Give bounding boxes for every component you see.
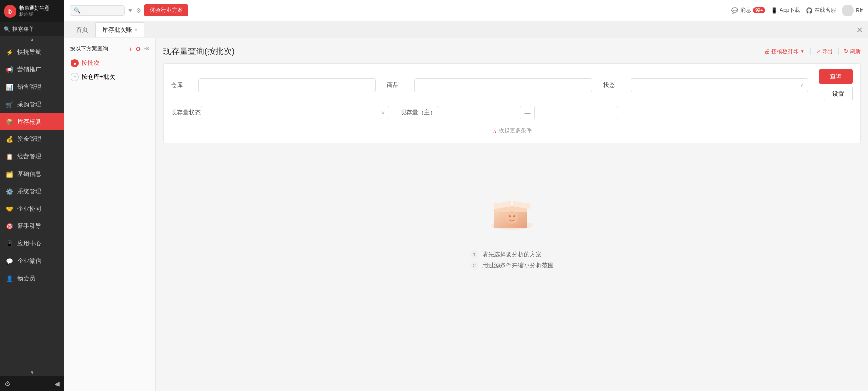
goods-dots[interactable]: ... — [582, 81, 588, 89]
stock-status-select[interactable]: ∨ — [201, 106, 389, 119]
stock-qty-input-to[interactable] — [534, 106, 619, 119]
newbie-label: 新手引导 — [17, 222, 41, 230]
scheme-by-warehouse-batch-label: 按仓库+批次 — [82, 73, 115, 81]
finance-label: 资金管理 — [17, 135, 41, 143]
scroll-down-btn[interactable]: ▼ — [0, 369, 64, 376]
status-select[interactable]: ∨ — [631, 78, 808, 92]
sidebar-item-purchase[interactable]: 🛒 采购管理 — [0, 96, 64, 113]
refresh-label: 刷新 — [850, 48, 861, 55]
stock-status-chevron: ∨ — [381, 109, 385, 116]
sidebar-item-operations[interactable]: 📋 经营管理 — [0, 148, 64, 165]
filter-area: 仓库 ... 商品 ... — [163, 63, 861, 143]
purchase-label: 采购管理 — [17, 100, 41, 109]
stock-qty-dash: — — [521, 109, 534, 116]
quick-nav-label: 快捷导航 — [17, 48, 41, 56]
tab-inventory-batch[interactable]: 库存批次账 × — [95, 22, 144, 37]
app-download-action[interactable]: 📱 App下载 — [771, 6, 800, 14]
scheme-settings-icon[interactable]: ⚙ — [135, 45, 141, 53]
sidebar-item-sales[interactable]: 📊 销售管理 — [0, 78, 64, 96]
goods-input[interactable]: ... — [414, 78, 592, 92]
sidebar-item-enterprise[interactable]: 🤝 企业协同 — [0, 200, 64, 217]
export-action[interactable]: ↗ 导出 — [816, 48, 833, 55]
export-icon: ↗ — [816, 48, 820, 54]
tab-home[interactable]: 首页 — [70, 23, 94, 37]
warehouse-dots[interactable]: ... — [367, 81, 372, 89]
member-icon: 👤 — [5, 274, 14, 282]
empty-tip-1: 1 请先选择要分析的方案 — [470, 250, 554, 259]
marketing-icon: 📢 — [5, 65, 14, 74]
user-area[interactable]: Rit — [842, 5, 863, 16]
svg-point-6 — [505, 211, 518, 224]
online-service-action[interactable]: 🎧 在线客服 — [806, 6, 836, 14]
panel-title: 按以下方案查询 — [70, 45, 108, 53]
sidebar-item-system[interactable]: ⚙️ 系统管理 — [0, 183, 64, 200]
tab-inventory-batch-label: 库存批次账 — [102, 26, 132, 34]
sidebar-item-wechat[interactable]: 💬 企业微信 — [0, 252, 64, 270]
app-logo: b — [4, 5, 16, 18]
scheme-item-by-batch[interactable]: ● 按批次 — [64, 56, 155, 70]
search-menu[interactable]: 🔍 搜索菜单 — [0, 22, 64, 36]
collapse-panel-btn[interactable]: ≪ — [144, 45, 150, 53]
sidebar-item-finance[interactable]: 💰 资金管理 — [0, 130, 64, 148]
filter-row-1: 仓库 ... 商品 ... — [171, 69, 853, 101]
topbar-dropdown-icon[interactable]: ▼ — [127, 7, 133, 14]
status-chevron: ∨ — [800, 82, 804, 88]
goods-filter-group: 商品 ... — [387, 78, 592, 92]
warehouse-label: 仓库 — [171, 81, 198, 89]
marketing-label: 营销推广 — [17, 65, 41, 74]
topbar-settings-icon[interactable]: ⚙ — [136, 7, 142, 14]
collapse-bar[interactable]: ∧ 收起更多条件 — [171, 124, 853, 137]
experience-btn[interactable]: 体验行业方案 — [144, 4, 188, 16]
close-panel-icon[interactable]: ✕ — [857, 25, 863, 34]
sidebar-item-marketing[interactable]: 📢 营销推广 — [0, 61, 64, 78]
topbar-actions: 💬 消息 99+ 📱 App下载 🎧 在线客服 Rit — [731, 5, 863, 16]
sales-icon: 📊 — [5, 83, 14, 91]
wechat-icon: 💬 — [5, 257, 14, 265]
tab-close-icon[interactable]: × — [134, 27, 137, 33]
print-chevron: ▼ — [800, 49, 805, 54]
messages-action[interactable]: 💬 消息 99+ — [731, 6, 765, 14]
panel-header: 按以下方案查询 + ⚙ ≪ — [64, 43, 155, 56]
tip-text-1: 请先选择要分析的方案 — [482, 250, 542, 259]
stock-qty-input-from[interactable] — [437, 106, 521, 119]
inventory-icon: 📦 — [5, 118, 14, 126]
topbar-search-box[interactable]: 🔍 — [70, 5, 125, 16]
enterprise-label: 企业协同 — [17, 205, 41, 213]
collapse-icon: ∧ — [493, 128, 497, 134]
collapse-sidebar-btn[interactable]: ◀ — [55, 380, 60, 387]
right-panel: 现存量查询(按批次) 🖨 按模板打印 ▼ | ↗ 导出 | ↻ — [156, 38, 868, 391]
topbar-search-input[interactable] — [82, 7, 119, 14]
topbar-left: 🔍 ▼ ⚙ 体验行业方案 — [70, 4, 728, 16]
inventory-label: 库存核算 — [17, 118, 41, 126]
warehouse-input[interactable]: ... — [198, 78, 376, 92]
sales-label: 销售管理 — [17, 83, 41, 91]
sidebar-item-member[interactable]: 👤 畅会员 — [0, 270, 64, 287]
sidebar-header: b 畅康通好生意 标准版 — [0, 0, 64, 22]
query-button[interactable]: 查询 — [819, 69, 853, 84]
content-area: 按以下方案查询 + ⚙ ≪ ● 按批次 ○ 按仓库+批次 现存量查询(按批次) — [64, 38, 868, 391]
sidebar-item-newbie[interactable]: 🎯 新手引导 — [0, 217, 64, 235]
settings-button[interactable]: 设置 — [824, 87, 853, 101]
refresh-action[interactable]: ↻ 刷新 — [844, 48, 861, 55]
messages-icon: 💬 — [731, 7, 738, 14]
system-icon: ⚙️ — [5, 187, 14, 196]
svg-point-8 — [513, 215, 515, 217]
sidebar-item-app-center[interactable]: 📱 应用中心 — [0, 235, 64, 252]
warehouse-filter-group: 仓库 ... — [171, 78, 376, 92]
basic-icon: 🗂️ — [5, 170, 14, 178]
print-action[interactable]: 🖨 按模板打印 ▼ — [764, 48, 805, 55]
page-title-actions: 🖨 按模板打印 ▼ | ↗ 导出 | ↻ 刷新 — [764, 47, 861, 55]
search-icon: 🔍 — [4, 26, 11, 33]
empty-illustration — [484, 186, 539, 241]
sidebar-item-inventory[interactable]: 📦 库存核算 — [0, 113, 64, 130]
scroll-up-btn[interactable]: ▲ — [0, 36, 64, 43]
settings-footer-icon[interactable]: ⚙ — [5, 380, 11, 387]
tab-home-label: 首页 — [76, 26, 88, 34]
system-label: 系统管理 — [17, 187, 41, 196]
scheme-active-icon: ● — [71, 59, 79, 67]
add-scheme-btn[interactable]: + — [129, 45, 132, 53]
scheme-item-by-warehouse-batch[interactable]: ○ 按仓库+批次 — [64, 70, 155, 84]
sidebar-item-quick-nav[interactable]: ⚡ 快捷导航 — [0, 43, 64, 61]
sidebar-item-basic[interactable]: 🗂️ 基础信息 — [0, 165, 64, 183]
print-label: 按模板打印 — [771, 48, 799, 55]
